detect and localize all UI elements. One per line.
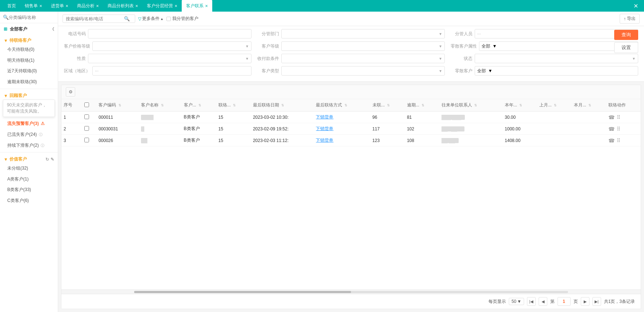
search-input[interactable]	[66, 16, 124, 21]
all-customers-header[interactable]: ⊞ 全部客户 《	[0, 23, 58, 35]
sidebar-search-box[interactable]: 🔍	[0, 12, 58, 23]
nav-close-customer-tier[interactable]: ✕	[174, 4, 177, 8]
phone-action-icon-2[interactable]: ☎	[608, 126, 615, 132]
phone-input[interactable]	[88, 29, 251, 39]
method-link-3[interactable]: 下销货单	[316, 138, 333, 143]
customer-level-select[interactable]: ▼	[281, 41, 445, 51]
edit-icon-value[interactable]: ✎	[51, 157, 54, 162]
cell-last-method-2[interactable]: 下销货单	[314, 123, 370, 135]
nav-item-customer-contact[interactable]: 客户联系 ✕	[182, 0, 212, 12]
table-scroll[interactable]: 序号 客户编码 ⇅ 客户名称 ⇅ 客户... ⇅ 联络... ⇅ 最后联络日期 …	[61, 99, 641, 289]
sidebar-item-a-class[interactable]: A类客户(1)	[0, 174, 58, 185]
method-link-1[interactable]: 下销货单	[316, 114, 333, 119]
nav-close-analysis[interactable]: ✕	[96, 4, 99, 8]
my-customers-toggle[interactable]: 我分管的客户	[166, 16, 198, 22]
zero-sales-select[interactable]: 全部 ▼	[475, 66, 638, 76]
scroll-thumb[interactable]	[134, 291, 351, 293]
cell-action-1[interactable]: ☎ ⠿	[606, 112, 641, 123]
export-btn[interactable]: ↑ 导出	[620, 14, 640, 24]
sidebar-item-churned[interactable]: 已流失客户(24) ⓘ	[0, 129, 58, 140]
nav-close-analysis-list[interactable]: ✕	[135, 4, 138, 8]
cell-action-3[interactable]: ☎ ⠿	[606, 135, 641, 146]
search-submit-icon[interactable]: 🔍	[124, 16, 130, 21]
price-level-select[interactable]: ▼	[92, 41, 251, 51]
sidebar-item-c-class[interactable]: C类客户(6)	[0, 195, 58, 206]
col-current-month[interactable]: 本月... ⇅	[572, 99, 606, 112]
col-last-month[interactable]: 上月... ⇅	[537, 99, 572, 112]
cell-check-1[interactable]	[82, 112, 96, 123]
nav-item-customer-tier[interactable]: 客户分层经营 ✕	[142, 0, 182, 12]
col-last-method[interactable]: 最后联络方式 ⇅	[314, 99, 370, 112]
select-all-checkbox[interactable]	[84, 102, 89, 107]
refresh-icon-value[interactable]: ↻	[45, 157, 49, 162]
col-not-contacted[interactable]: 未联... ⇅	[370, 99, 405, 112]
settings-btn[interactable]: 设置	[614, 42, 638, 53]
row-checkbox-3[interactable]	[84, 138, 89, 142]
cell-action-2[interactable]: ☎ ⠿	[606, 123, 641, 135]
sidebar-item-ungroup[interactable]: 未分组(32)	[0, 163, 58, 174]
nav-item-analysis-list[interactable]: 商品分析列表 ✕	[103, 0, 142, 12]
search-input-group[interactable]: 🔍	[63, 15, 135, 23]
sidebar-item-tomorrow[interactable]: 明天待联络(1)	[0, 55, 58, 66]
more-action-icon-2[interactable]: ⠿	[617, 126, 620, 132]
collapse-icon[interactable]: 《	[50, 27, 54, 32]
more-action-icon-1[interactable]: ⠿	[617, 114, 620, 120]
sidebar-item-overdue[interactable]: 逾期未联络(30)	[0, 77, 58, 88]
customer-type-select[interactable]: ▼	[281, 66, 445, 76]
nav-item-purchase[interactable]: 进货单 ✕	[47, 0, 73, 12]
sidebar-item-declining[interactable]: 持续下滑客户(2) ⓘ	[0, 140, 58, 151]
nav-item-sales[interactable]: 销售单 ✕	[20, 0, 47, 12]
table-settings-btn[interactable]: ⚙	[66, 87, 75, 97]
col-last-date[interactable]: 最后联络日期 ⇅	[251, 99, 314, 112]
next-page-btn[interactable]: ▶	[581, 297, 589, 306]
nav-item-analysis[interactable]: 商品分析 ✕	[73, 0, 103, 12]
dept-select[interactable]: ▼	[281, 29, 445, 39]
sidebar-item-churn-warning[interactable]: 流失预警客户(3) ⚠	[0, 118, 58, 129]
group-title-review[interactable]: ▼ 回顾客户	[0, 90, 58, 100]
col-overdue[interactable]: 逾期... ⇅	[405, 99, 439, 112]
nav-item-home[interactable]: 首页	[3, 0, 20, 12]
cell-check-2[interactable]	[82, 123, 96, 135]
sidebar-item-7days[interactable]: 近7天待联络(0)	[0, 66, 58, 77]
more-action-icon-3[interactable]: ⠿	[617, 138, 620, 143]
nav-close-customer-contact[interactable]: ✕	[205, 4, 208, 8]
col-code[interactable]: 客户编码 ⇅	[96, 99, 139, 112]
group-title-pending[interactable]: ▼ 待联络客户	[0, 35, 58, 44]
sidebar-item-b-class[interactable]: B类客户(33)	[0, 185, 58, 195]
prev-page-btn[interactable]: ◀	[539, 297, 547, 306]
my-customers-checkbox[interactable]	[166, 17, 171, 21]
person-input[interactable]: ···	[475, 29, 638, 39]
nav-close-purchase[interactable]: ✕	[65, 4, 68, 8]
col-year[interactable]: 本年... ⇅	[503, 99, 537, 112]
col-unit-contact[interactable]: 往来单位联系人 ⇅	[439, 99, 503, 112]
sidebar-search-input[interactable]	[9, 15, 58, 20]
nav-close-sales[interactable]: ✕	[39, 4, 42, 8]
nav-label-analysis: 商品分析	[77, 3, 94, 9]
gender-select[interactable]: ▼	[88, 54, 251, 63]
cell-last-method-3[interactable]: 下销货单	[314, 135, 370, 146]
window-close-btn[interactable]: ✕	[633, 3, 641, 9]
more-conditions-btn[interactable]: ▽ 更多条件 ▲	[138, 16, 164, 22]
region-input[interactable]: ···	[92, 66, 251, 76]
method-link-2[interactable]: 下销货单	[316, 126, 333, 131]
cell-check-3[interactable]	[82, 135, 96, 146]
per-page-select[interactable]: 50 ▼	[509, 298, 524, 305]
first-page-btn[interactable]: |◀	[527, 297, 536, 306]
col-checkbox[interactable]	[82, 99, 96, 112]
row-checkbox-1[interactable]	[84, 114, 89, 119]
horizontal-scrollbar[interactable]	[61, 289, 641, 294]
phone-action-icon-1[interactable]: ☎	[608, 114, 615, 120]
last-page-btn[interactable]: ▶|	[592, 297, 601, 306]
page-number-input[interactable]	[558, 297, 571, 306]
col-type[interactable]: 客户... ⇅	[182, 99, 216, 112]
payment-select[interactable]: ▼	[281, 54, 445, 63]
status-select[interactable]: ▼	[475, 54, 638, 63]
sidebar-item-today[interactable]: 今天待联络(0)	[0, 44, 58, 55]
col-name[interactable]: 客户名称 ⇅	[139, 99, 181, 112]
row-checkbox-2[interactable]	[84, 126, 89, 131]
query-btn[interactable]: 查询	[614, 30, 638, 40]
group-title-value[interactable]: ▼ 价值客户 ↻ ✎	[0, 154, 58, 163]
col-contact[interactable]: 联络... ⇅	[216, 99, 251, 112]
phone-action-icon-3[interactable]: ☎	[608, 138, 615, 143]
cell-last-method-1[interactable]: 下销货单	[314, 112, 370, 123]
